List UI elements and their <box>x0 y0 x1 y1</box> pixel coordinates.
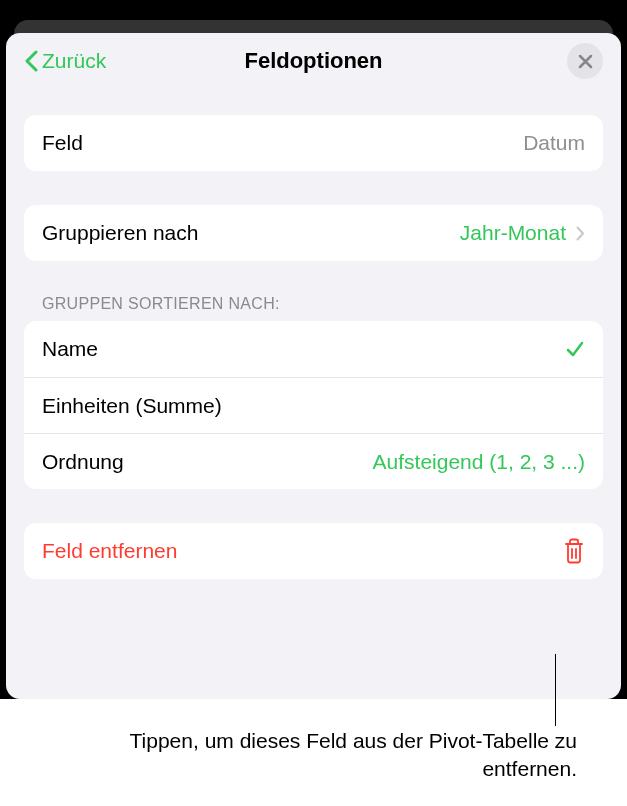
sort-order-row[interactable]: Ordnung Aufsteigend (1, 2, 3 ...) <box>24 433 603 489</box>
page-title: Feldoptionen <box>244 48 382 74</box>
field-label: Feld <box>42 131 83 155</box>
sort-order-label: Ordnung <box>42 450 124 474</box>
group-by-row[interactable]: Gruppieren nach Jahr-Monat <box>24 205 603 261</box>
sort-option-units[interactable]: Einheiten (Summe) <box>24 377 603 433</box>
callout-leader-line <box>555 654 556 726</box>
sort-section-header: Gruppen sortieren nach: <box>24 295 603 321</box>
field-options-sheet: Zurück Feldoptionen Feld Datum Gruppiere… <box>6 33 621 699</box>
back-label: Zurück <box>42 49 106 73</box>
callout-area: Tippen, um dieses Feld aus der Pivot-Tab… <box>0 699 627 806</box>
sort-order-value: Aufsteigend (1, 2, 3 ...) <box>373 450 585 474</box>
remove-group: Feld entfernen <box>24 523 603 579</box>
sort-option-label: Einheiten (Summe) <box>42 394 222 418</box>
chevron-left-icon <box>24 50 38 72</box>
sort-option-label: Name <box>42 337 98 361</box>
sort-group: Name Einheiten (Summe) Ordnung Aufsteige… <box>24 321 603 489</box>
close-icon <box>578 54 593 69</box>
field-row[interactable]: Feld Datum <box>24 115 603 171</box>
back-button[interactable]: Zurück <box>24 49 106 73</box>
trash-icon <box>563 538 585 564</box>
navigation-bar: Zurück Feldoptionen <box>6 33 621 89</box>
callout-text: Tippen, um dieses Feld aus der Pivot-Tab… <box>80 727 577 784</box>
chevron-right-icon <box>576 226 585 241</box>
checkmark-icon <box>565 339 585 359</box>
remove-field-label: Feld entfernen <box>42 539 177 563</box>
group-by-label: Gruppieren nach <box>42 221 198 245</box>
close-button[interactable] <box>567 43 603 79</box>
field-value: Datum <box>523 131 585 155</box>
sort-option-name[interactable]: Name <box>24 321 603 377</box>
group-by-group: Gruppieren nach Jahr-Monat <box>24 205 603 261</box>
group-by-value: Jahr-Monat <box>460 221 566 245</box>
remove-field-row[interactable]: Feld entfernen <box>24 523 603 579</box>
field-group: Feld Datum <box>24 115 603 171</box>
content-area: Feld Datum Gruppieren nach Jahr-Monat Gr… <box>6 89 621 699</box>
